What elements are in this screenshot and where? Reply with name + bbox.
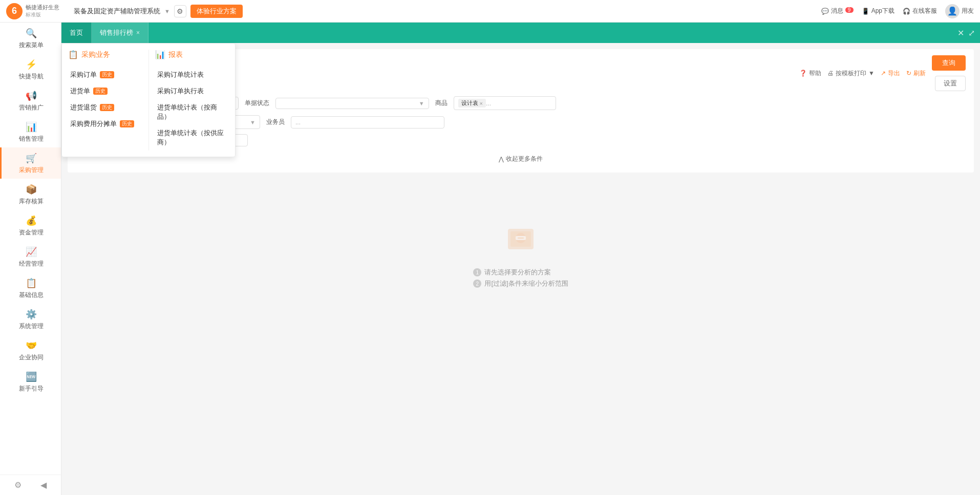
sidebar-item-management[interactable]: 📈 经营管理 (0, 241, 61, 272)
empty-tip-1: 1 请先选择要分析的方案 (473, 268, 568, 277)
guide-icon: 🆕 (26, 371, 37, 382)
finance-icon: 💰 (26, 215, 37, 226)
popup-item-expense-label: 采购费用分摊单 (70, 119, 117, 128)
popup-item-expense[interactable]: 采购费用分摊单 历史 (68, 116, 142, 132)
header-right: 💬 消息 9 📱 App下载 🎧 在线客服 👤 用友 (821, 4, 974, 18)
logo-icon: 6 (6, 3, 23, 19)
salesperson-dots[interactable]: ... (295, 119, 301, 126)
message-label: 消息 (831, 7, 843, 15)
popup-item-inbound-stats-supplier-label: 进货单统计表（按供应商） (157, 128, 227, 147)
popup-item-purchase-order[interactable]: 采购订单 历史 (68, 67, 142, 83)
logo-line1: 畅捷通好生意 (26, 4, 59, 11)
popup-item-purchase-order-hist: 历史 (100, 71, 114, 78)
salesperson-field[interactable]: ... (291, 116, 444, 128)
popup-item-inbound-stats-goods[interactable]: 进货单统计表（按商品） (155, 99, 229, 125)
popup-item-return-hist: 历史 (100, 104, 114, 111)
help-label: 帮助 (809, 69, 821, 78)
sidebar-item-purchase[interactable]: 🛒 采购管理 (0, 147, 61, 179)
popup-purchase-icon: 📋 (68, 50, 78, 59)
online-service-label: 在线客服 (912, 7, 937, 15)
popup-item-inbound-stats-supplier[interactable]: 进货单统计表（按供应商） (155, 125, 229, 150)
tab-actions: ✕ ⤢ (952, 23, 980, 43)
tab-close-icon[interactable]: × (136, 29, 140, 36)
status-field[interactable]: ▼ (275, 98, 429, 109)
tab-home[interactable]: 首页 (61, 23, 92, 43)
export-label: 导出 (888, 69, 900, 78)
collapse-label: 收起更多条件 (506, 155, 543, 163)
sidebar-item-sales[interactable]: 📊 销售管理 (0, 116, 61, 147)
export-btn[interactable]: ↗ 导出 (881, 69, 900, 78)
popup-purchase-title: 采购业务 (81, 50, 110, 59)
refresh-label: 刷新 (913, 69, 926, 78)
industry-btn[interactable]: 体验行业方案 (190, 5, 243, 18)
tab-sales-rank-label: 销售排行榜 (100, 28, 133, 37)
basic-icon: 📋 (26, 277, 37, 289)
print-dropdown-icon: ▼ (868, 70, 875, 77)
system-title-dropdown-icon[interactable]: ▼ (164, 8, 170, 14)
goods-tag-close[interactable]: × (480, 100, 483, 106)
empty-tips: 1 请先选择要分析的方案 2 用[过滤]条件来缩小分析范围 (473, 266, 568, 290)
goods-tags: 设计袁 × (458, 99, 486, 107)
popup-item-order-stats[interactable]: 采购订单统计表 (155, 67, 229, 83)
salesperson-label: 业务员 (266, 118, 285, 126)
purchase-icon: 🛒 (26, 153, 37, 164)
popup-item-order-exec[interactable]: 采购订单执行表 (155, 83, 229, 99)
print-icon: 🖨 (827, 70, 834, 77)
gear-button[interactable]: ⚙ (174, 5, 186, 17)
help-btn[interactable]: ❓ 帮助 (799, 69, 821, 78)
popup-item-inbound[interactable]: 进货单 历史 (68, 83, 142, 99)
sidebar-item-nav[interactable]: ⚡ 快捷导航 (0, 54, 61, 85)
sidebar-item-enterprise[interactable]: 🤝 企业协同 (0, 335, 61, 366)
headset-icon: 🎧 (903, 8, 910, 15)
message-action[interactable]: 💬 消息 9 (821, 7, 854, 15)
tab-restore-btn[interactable]: ⤢ (968, 28, 975, 38)
refresh-btn[interactable]: ↻ 刷新 (906, 69, 926, 78)
query-button[interactable]: 查询 (932, 55, 966, 71)
sidebar-item-enterprise-label: 企业协同 (19, 353, 44, 362)
enterprise-icon: 🤝 (26, 340, 37, 351)
system-icon: ⚙️ (26, 309, 37, 320)
sidebar-item-guide[interactable]: 🆕 新手引导 (0, 366, 61, 397)
help-icon: ❓ (799, 70, 807, 77)
popup-item-order-exec-label: 采购订单执行表 (157, 87, 204, 96)
app-download-label: App下载 (871, 7, 894, 15)
tab-close-btn[interactable]: ✕ (957, 28, 964, 38)
sidebar-item-finance-label: 资金管理 (19, 228, 44, 237)
empty-tip-1-label: 请先选择要分析的方案 (484, 268, 551, 277)
settings-button[interactable]: 设置 (935, 76, 966, 91)
tab-sales-rank[interactable]: 销售排行榜 × (92, 23, 148, 43)
sidebar-bottom: ⚙ ◀ (0, 475, 61, 495)
message-badge: 9 (845, 7, 854, 13)
sidebar-item-basic[interactable]: 📋 基础信息 (0, 272, 61, 304)
empty-illustration (500, 219, 541, 260)
popup-col-purchase: 📋 采购业务 采购订单 历史 进货单 历史 进货退货 历史 采购费用分摊单 历史 (62, 50, 148, 150)
sidebar-item-management-label: 经营管理 (19, 260, 44, 268)
message-icon: 💬 (821, 8, 829, 15)
management-icon: 📈 (26, 246, 37, 257)
popup-report-title: 报表 (168, 50, 183, 59)
online-service-action[interactable]: 🎧 在线客服 (903, 7, 937, 15)
sidebar-collapse-btn[interactable]: ◀ (40, 480, 47, 490)
sidebar-settings-btn[interactable]: ⚙ (14, 480, 22, 490)
status-label: 单据状态 (245, 99, 269, 107)
popup-item-return[interactable]: 进货退货 历史 (68, 99, 142, 116)
sidebar-item-inventory-label: 库存核算 (19, 197, 44, 206)
popup-item-return-label: 进货退货 (70, 103, 97, 112)
goods-field[interactable]: 设计袁 × ... (454, 96, 556, 110)
logo-area: 6 畅捷通好生意 标准版 (6, 3, 68, 19)
sidebar-item-search[interactable]: 🔍 搜索菜单 (0, 23, 61, 54)
sidebar-item-finance[interactable]: 💰 资金管理 (0, 210, 61, 241)
sidebar-item-system[interactable]: ⚙️ 系统管理 (0, 304, 61, 335)
goods-dots[interactable]: ... (486, 100, 491, 107)
sidebar-item-marketing[interactable]: 📢 营销推广 (0, 85, 61, 116)
app-download-action[interactable]: 📱 App下载 (862, 7, 894, 15)
system-title: 装备及固定资产辅助管理系统 (74, 7, 160, 16)
popup-menu: 📋 采购业务 采购订单 历史 进货单 历史 进货退货 历史 采购费用分摊单 历史… (61, 43, 236, 157)
sidebar-item-guide-label: 新手引导 (19, 384, 44, 393)
sidebar-item-basic-label: 基础信息 (19, 291, 44, 299)
header-middle: 装备及固定资产辅助管理系统 ▼ ⚙ 体验行业方案 (68, 5, 821, 18)
tab-bar: 首页 销售排行榜 × ✕ ⤢ (61, 23, 980, 43)
print-btn[interactable]: 🖨 按模板打印 ▼ (827, 69, 875, 78)
user-action[interactable]: 👤 用友 (945, 4, 974, 18)
sidebar-item-inventory[interactable]: 📦 库存核算 (0, 179, 61, 210)
